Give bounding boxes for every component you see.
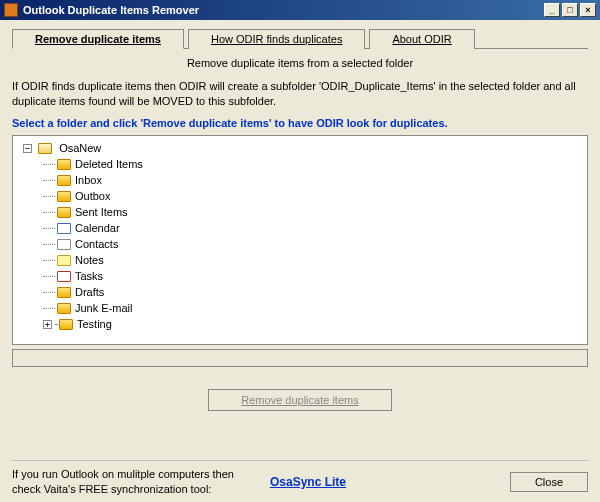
close-button[interactable]: Close <box>510 472 588 492</box>
close-window-button[interactable]: × <box>580 3 596 17</box>
footer: If you run Outlook on mulitple computers… <box>12 460 588 496</box>
tree-item-tasks[interactable]: Tasks <box>43 268 583 284</box>
tab-strip: Remove duplicate items How ODIR finds du… <box>12 28 588 49</box>
folder-tree[interactable]: − OsaNew Deleted Items Inbox Outbox Sent… <box>12 135 588 345</box>
tree-item-sent-items[interactable]: Sent Items <box>43 204 583 220</box>
tree-item-drafts[interactable]: Drafts <box>43 284 583 300</box>
tree-item-calendar[interactable]: Calendar <box>43 220 583 236</box>
tree-item-contacts[interactable]: Contacts <box>43 236 583 252</box>
window-title: Outlook Duplicate Items Remover <box>23 4 542 16</box>
tab-how-odir-finds[interactable]: How ODIR finds duplicates <box>188 29 365 49</box>
expand-icon[interactable]: + <box>43 320 52 329</box>
folder-icon <box>57 303 71 314</box>
tree-item-notes[interactable]: Notes <box>43 252 583 268</box>
tree-root-label[interactable]: OsaNew <box>59 142 101 154</box>
tree-root-node[interactable]: − OsaNew Deleted Items Inbox Outbox Sent… <box>23 140 583 332</box>
instruction-text: Select a folder and click 'Remove duplic… <box>12 117 588 129</box>
remove-duplicates-button[interactable]: Remove duplicate items <box>208 389 391 411</box>
tasks-icon <box>57 271 71 282</box>
contacts-icon <box>57 239 71 250</box>
notes-icon <box>57 255 71 266</box>
app-icon <box>4 3 18 17</box>
content-area: Remove duplicate items How ODIR finds du… <box>0 20 600 502</box>
folder-root-icon <box>38 143 52 154</box>
title-bar: Outlook Duplicate Items Remover _ □ × <box>0 0 600 20</box>
description-text: If ODIR finds duplicate items then ODIR … <box>12 79 588 109</box>
osasync-lite-link[interactable]: OsaSync Lite <box>270 475 346 489</box>
footer-text: If you run Outlook on mulitple computers… <box>12 467 234 496</box>
action-row: Remove duplicate items <box>12 389 588 411</box>
folder-icon <box>57 207 71 218</box>
status-bar <box>12 349 588 367</box>
window-buttons: _ □ × <box>542 3 596 17</box>
tree-item-testing[interactable]: +Testing <box>43 316 583 332</box>
folder-icon <box>57 287 71 298</box>
tab-remove-duplicates[interactable]: Remove duplicate items <box>12 29 184 49</box>
collapse-icon[interactable]: − <box>23 144 32 153</box>
page-headline: Remove duplicate items from a selected f… <box>12 57 588 69</box>
tree-item-outbox[interactable]: Outbox <box>43 188 583 204</box>
calendar-icon <box>57 223 71 234</box>
folder-icon <box>57 191 71 202</box>
tree-item-junk-email[interactable]: Junk E-mail <box>43 300 583 316</box>
maximize-button[interactable]: □ <box>562 3 578 17</box>
folder-icon <box>59 319 73 330</box>
tab-about-odir[interactable]: About ODIR <box>369 29 474 49</box>
tree-item-deleted-items[interactable]: Deleted Items <box>43 156 583 172</box>
tree-item-inbox[interactable]: Inbox <box>43 172 583 188</box>
minimize-button[interactable]: _ <box>544 3 560 17</box>
folder-icon <box>57 159 71 170</box>
folder-icon <box>57 175 71 186</box>
